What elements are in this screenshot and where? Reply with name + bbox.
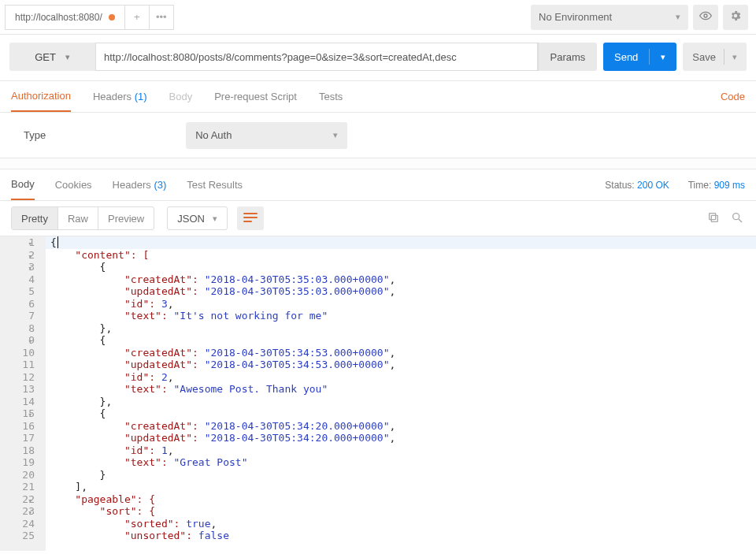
view-mode-segment: Pretty Raw Preview xyxy=(11,206,154,230)
svg-rect-5 xyxy=(710,213,716,219)
tab-body-label: Body xyxy=(169,91,193,102)
code-line: "updatedAt": xyxy=(50,432,205,444)
chevron-down-icon: ▾ xyxy=(213,214,217,224)
code-line: { xyxy=(50,261,106,273)
code-line: "sorted": xyxy=(50,518,186,530)
code-line: } xyxy=(50,469,106,481)
resp-tab-cookies[interactable]: Cookies xyxy=(55,169,92,200)
tab-body[interactable]: Body xyxy=(169,81,193,112)
code-value: false xyxy=(198,530,229,541)
search-response-button[interactable] xyxy=(729,210,745,226)
code-line: "text": xyxy=(50,383,174,395)
gear-icon xyxy=(729,9,742,24)
environment-label: No Environment xyxy=(539,11,612,23)
auth-type-selector[interactable]: No Auth ▾ xyxy=(186,122,347,149)
environment-selector[interactable]: No Environment ▾ xyxy=(531,5,688,30)
code-line: "createdAt": xyxy=(50,273,205,285)
chevron-down-icon: ▾ xyxy=(661,52,665,62)
resp-tab-testresults[interactable]: Test Results xyxy=(187,169,243,200)
svg-rect-4 xyxy=(711,215,717,221)
code-value: 1 xyxy=(161,444,168,456)
send-button[interactable]: Send ▾ xyxy=(603,43,676,71)
tabstrip: http://localhost:8080/ + ••• xyxy=(0,0,174,34)
url-input[interactable]: http://localhost:8080/posts/8/comments?p… xyxy=(95,43,538,71)
code-line: }, xyxy=(50,396,112,407)
code-value: "2018-04-30T05:34:20.000+0000" xyxy=(205,420,390,432)
tab-tests[interactable]: Tests xyxy=(319,81,343,112)
auth-type-label: Type xyxy=(24,129,46,141)
code-line: "pageable": { xyxy=(50,493,155,505)
resp-tab-headers[interactable]: Headers (3) xyxy=(113,169,167,200)
chevron-down-icon: ▾ xyxy=(732,52,737,62)
params-button[interactable]: Params xyxy=(538,43,597,71)
status-block: Status: 200 OK Time: 909 ms xyxy=(605,180,745,191)
new-tab-button[interactable]: + xyxy=(124,5,150,30)
format-selector[interactable]: JSON ▾ xyxy=(167,206,228,230)
view-preview[interactable]: Preview xyxy=(98,207,154,229)
view-pretty-label: Pretty xyxy=(21,213,48,225)
copy-response-button[interactable] xyxy=(706,210,721,226)
unsaved-dot-icon xyxy=(109,14,115,20)
tab-headers[interactable]: Headers (1) xyxy=(93,81,147,112)
svg-point-6 xyxy=(733,213,739,219)
code-link-label: Code xyxy=(721,91,745,102)
wrap-lines-button[interactable] xyxy=(237,206,264,230)
headers-count-badge: (1) xyxy=(135,91,147,102)
http-method-selector[interactable]: GET ▾ xyxy=(9,43,95,71)
url-value: http://localhost:8080/posts/8/comments?p… xyxy=(104,51,457,63)
code-value: true xyxy=(186,518,210,530)
section-gap xyxy=(0,158,756,169)
tab-menu-button[interactable]: ••• xyxy=(149,5,174,30)
code-line: { xyxy=(50,407,106,419)
search-icon xyxy=(731,211,743,226)
code-line: { xyxy=(50,236,57,248)
code-value: "Great Post" xyxy=(174,456,248,468)
code-value: "2018-04-30T05:35:03.000+0000" xyxy=(205,273,390,285)
line-gutter: 1▾ 2▾ 3▾ 45678 9▾ 1011121314 15▾ 1617181… xyxy=(0,236,46,551)
divider xyxy=(724,49,724,65)
code-line: "updatedAt": xyxy=(50,285,205,297)
code-line: "createdAt": xyxy=(50,420,205,432)
response-tabs: Body Cookies Headers (3) Test Results St… xyxy=(0,169,756,201)
tab-prerequest[interactable]: Pre-request Script xyxy=(214,81,297,112)
code-value: 2 xyxy=(161,371,168,383)
view-raw[interactable]: Raw xyxy=(58,207,98,229)
code-value: "2018-04-30T05:35:03.000+0000" xyxy=(205,285,390,297)
code-line: { xyxy=(50,334,106,346)
send-label: Send xyxy=(614,51,638,63)
resp-tab-testresults-label: Test Results xyxy=(187,179,243,191)
code-value: "2018-04-30T05:34:53.000+0000" xyxy=(205,359,390,370)
tab-tests-label: Tests xyxy=(319,91,343,102)
code-line: ], xyxy=(50,481,87,493)
view-raw-label: Raw xyxy=(68,213,88,225)
code-line: "id": xyxy=(50,371,161,383)
tab-prerequest-label: Pre-request Script xyxy=(214,91,297,102)
code-column[interactable]: { "content": [ { "createdAt": "2018-04-3… xyxy=(46,236,756,551)
request-bar: GET ▾ http://localhost:8080/posts/8/comm… xyxy=(0,35,756,81)
request-tab-title: http://localhost:8080/ xyxy=(15,12,102,23)
resp-tab-body[interactable]: Body xyxy=(11,169,35,200)
time-label: Time: xyxy=(688,180,712,191)
save-label: Save xyxy=(692,51,716,63)
settings-button[interactable] xyxy=(723,5,748,30)
auth-type-value: No Auth xyxy=(195,129,232,141)
view-pretty[interactable]: Pretty xyxy=(12,207,58,229)
tab-authorization[interactable]: Authorization xyxy=(11,81,71,112)
params-label: Params xyxy=(550,51,586,63)
environment-quicklook-button[interactable] xyxy=(693,5,718,30)
code-line: "id": xyxy=(50,298,161,310)
view-preview-label: Preview xyxy=(108,213,144,225)
code-value: "2018-04-30T05:34:53.000+0000" xyxy=(205,347,390,359)
code-value: "2018-04-30T05:34:20.000+0000" xyxy=(205,432,390,444)
eye-icon xyxy=(699,9,712,24)
save-button[interactable]: Save ▾ xyxy=(683,43,747,71)
svg-point-0 xyxy=(704,14,707,17)
request-tab[interactable]: http://localhost:8080/ xyxy=(5,5,125,30)
code-link[interactable]: Code xyxy=(721,91,745,102)
code-line: "text": xyxy=(50,310,174,322)
code-line: }, xyxy=(50,322,112,334)
response-code-pane: 1▾ 2▾ 3▾ 45678 9▾ 1011121314 15▾ 1617181… xyxy=(0,236,756,551)
viewer-right-icons xyxy=(706,210,745,226)
resp-headers-count-badge: (3) xyxy=(154,179,166,191)
code-line: "id": xyxy=(50,444,161,456)
